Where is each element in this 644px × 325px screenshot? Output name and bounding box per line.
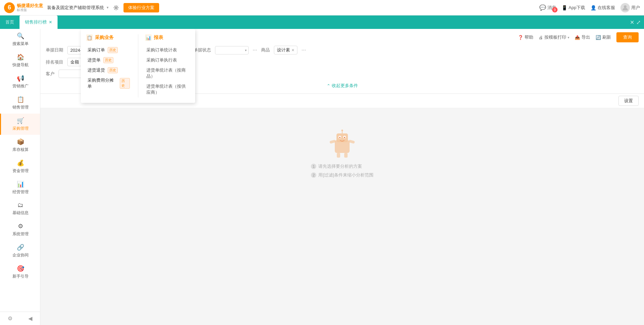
customer-label: 客户 bbox=[46, 71, 55, 77]
inventory-icon: 📦 bbox=[17, 138, 24, 146]
menu-item-purchase-order-exec[interactable]: 采购订单执行表 bbox=[145, 55, 190, 65]
menu-item-purchase-expense[interactable]: 采购费用分摊单 历史 bbox=[86, 75, 131, 91]
sidebar-label-basic-info: 基础信息 bbox=[12, 210, 29, 216]
sidebar-item-purchase[interactable]: 🛒 采购管理 bbox=[0, 114, 40, 135]
refresh-btn[interactable]: 🔄 刷新 bbox=[596, 34, 611, 40]
goods-dots[interactable]: ··· bbox=[301, 47, 306, 53]
system-title: 装备及固定资产辅助管理系统 bbox=[47, 5, 104, 11]
svg-rect-3 bbox=[336, 133, 348, 142]
sidebar-item-operations[interactable]: 📊 经营管理 bbox=[0, 177, 40, 198]
menu-divider bbox=[138, 34, 138, 97]
svg-rect-11 bbox=[344, 153, 348, 158]
sidebar-label-operations: 经营管理 bbox=[12, 189, 29, 195]
menu-item-goods-return[interactable]: 进货退货 历史 bbox=[86, 65, 131, 75]
message-action[interactable]: 💬 9 消息 bbox=[539, 4, 556, 11]
menu-col-title-reports: 📊 报表 bbox=[145, 34, 190, 41]
sidebar-item-guide[interactable]: 🎯 新手引导 bbox=[0, 261, 40, 283]
svg-rect-10 bbox=[337, 153, 340, 158]
reports-menu-icon: 📊 bbox=[145, 34, 152, 41]
settings-btn[interactable]: 设置 bbox=[618, 96, 639, 106]
sidebar-label-finance: 资金管理 bbox=[12, 168, 29, 174]
svg-point-6 bbox=[339, 137, 341, 138]
svg-point-1 bbox=[624, 5, 627, 8]
settings-icon-btn[interactable] bbox=[111, 3, 121, 12]
menu-item-goods-receipt-stats-supplier[interactable]: 进货单统计表（按供应商） bbox=[145, 81, 190, 97]
tab-minimize-icon[interactable]: ✕ bbox=[630, 19, 634, 26]
online-service-action[interactable]: 👤 在线客服 bbox=[591, 5, 615, 11]
rank-label: 排名项目 bbox=[46, 59, 63, 65]
status-label: 单据状态 bbox=[193, 47, 211, 53]
purchase-menu-icon: 📋 bbox=[86, 34, 93, 41]
collapse-btn[interactable]: ⌃ 收起更多条件 bbox=[323, 81, 362, 90]
content-area: 📋 采购业务 采购订单 历史 进货单 历史 进货退货 历史 采购费用分摊单 bbox=[40, 29, 644, 325]
menu-col-title-purchase: 📋 采购业务 bbox=[86, 34, 131, 41]
menu-item-goods-receipt-stats-product[interactable]: 进货单统计表（按商品） bbox=[145, 65, 190, 81]
tab-close-sales-rank[interactable]: ✕ bbox=[49, 20, 52, 25]
menu-item-purchase-order-stats[interactable]: 采购订单统计表 bbox=[145, 45, 190, 55]
sidebar-item-sales[interactable]: 📋 销售管理 bbox=[0, 92, 40, 114]
tab-home[interactable]: 首页 bbox=[0, 15, 20, 29]
svg-point-7 bbox=[344, 137, 345, 138]
sidebar-item-enterprise[interactable]: 🔗 企业协同 bbox=[0, 240, 40, 261]
basic-info-icon: 🗂 bbox=[17, 202, 24, 209]
online-service-label: 在线客服 bbox=[598, 5, 615, 11]
sidebar-label-sales: 销售管理 bbox=[12, 105, 29, 110]
guide-icon: 🎯 bbox=[17, 265, 24, 272]
print-btn[interactable]: 🖨 按模板打印 ▾ bbox=[539, 34, 569, 40]
sidebar-collapse-btn[interactable]: ◀ bbox=[28, 315, 32, 322]
message-badge: 9 bbox=[552, 7, 558, 12]
sidebar-item-basic-info[interactable]: 🗂 基础信息 bbox=[0, 198, 40, 219]
app-download-action[interactable]: 📱 App下载 bbox=[562, 5, 585, 11]
empty-state: 1 请先选择要分析的方案 2 用[过滤]条件来缩小分析范围 bbox=[40, 108, 644, 200]
empty-tips: 1 请先选择要分析的方案 2 用[过滤]条件来缩小分析范围 bbox=[311, 162, 373, 179]
sidebar-label-inventory: 库存核算 bbox=[12, 147, 29, 153]
goods-label: 商品 bbox=[261, 47, 270, 53]
history-badge-2: 历史 bbox=[108, 67, 118, 73]
sidebar-item-search[interactable]: 🔍 搜索菜单 bbox=[0, 29, 40, 50]
status-dots[interactable]: ··· bbox=[253, 47, 257, 53]
status-select-wrap bbox=[215, 46, 249, 54]
sidebar-label-enterprise: 企业协同 bbox=[12, 252, 29, 258]
logo-area: 6 畅捷通好生意 标准版 bbox=[4, 2, 44, 13]
menu-column-purchase: 📋 采购业务 采购订单 历史 进货单 历史 进货退货 历史 采购费用分摊单 bbox=[86, 34, 131, 97]
tip-num-2: 2 bbox=[311, 172, 316, 178]
sidebar-label-quicknav: 快捷导航 bbox=[12, 62, 29, 68]
finance-icon: 💰 bbox=[17, 159, 24, 167]
user-label: 用户 bbox=[631, 5, 640, 11]
tab-sales-rank[interactable]: 销售排行榜 ✕ bbox=[20, 15, 58, 29]
help-btn[interactable]: ❓ 帮助 bbox=[518, 34, 533, 40]
sidebar-settings-btn[interactable]: ⚙ bbox=[8, 315, 12, 322]
goods-tag[interactable]: 设计素 ✕ bbox=[274, 46, 297, 54]
sidebar: 🔍 搜索菜单 🏠 快捷导航 📢 营销推广 📋 销售管理 🛒 采购管理 📦 库存核… bbox=[0, 29, 40, 325]
sidebar-item-finance[interactable]: 💰 资金管理 bbox=[0, 156, 40, 177]
history-badge-0: 历史 bbox=[108, 47, 118, 53]
query-btn[interactable]: 查询 bbox=[616, 32, 639, 42]
menu-item-goods-receipt[interactable]: 进货单 历史 bbox=[86, 55, 131, 65]
tip-text-1: 请先选择要分析的方案 bbox=[318, 162, 362, 171]
svg-point-0 bbox=[115, 7, 117, 8]
sidebar-bottom: ⚙ ◀ bbox=[0, 312, 40, 325]
industry-btn[interactable]: 体验行业方案 bbox=[123, 3, 159, 12]
sidebar-item-system[interactable]: ⚙ 系统管理 bbox=[0, 219, 40, 240]
sidebar-item-inventory[interactable]: 📦 库存核算 bbox=[0, 135, 40, 156]
sidebar-item-quicknav[interactable]: 🏠 快捷导航 bbox=[0, 50, 40, 71]
tip-num-1: 1 bbox=[311, 164, 316, 169]
sidebar-label-system: 系统管理 bbox=[12, 231, 29, 237]
system-icon: ⚙ bbox=[18, 222, 23, 230]
sidebar-label-marketing: 营销推广 bbox=[12, 83, 29, 89]
system-dropdown-arrow[interactable]: ▾ bbox=[107, 5, 109, 10]
sales-icon: 📋 bbox=[17, 96, 24, 103]
user-action[interactable]: 用户 bbox=[620, 3, 640, 12]
sidebar-item-marketing[interactable]: 📢 营销推广 bbox=[0, 71, 40, 92]
menu-item-purchase-order[interactable]: 采购订单 历史 bbox=[86, 45, 131, 55]
history-badge-3: 历史 bbox=[120, 78, 130, 89]
svg-point-9 bbox=[342, 130, 343, 131]
export-btn[interactable]: 📤 导出 bbox=[575, 34, 590, 40]
goods-tag-close[interactable]: ✕ bbox=[291, 48, 294, 52]
history-badge-1: 历史 bbox=[103, 57, 113, 63]
logo-sub-text: 标准版 bbox=[17, 8, 43, 12]
status-select[interactable] bbox=[215, 46, 249, 54]
tab-bar-right: ✕ ⤢ bbox=[630, 19, 644, 26]
header-middle: 装备及固定资产辅助管理系统 ▾ 体验行业方案 bbox=[44, 3, 539, 12]
tab-expand-icon[interactable]: ⤢ bbox=[636, 19, 641, 26]
